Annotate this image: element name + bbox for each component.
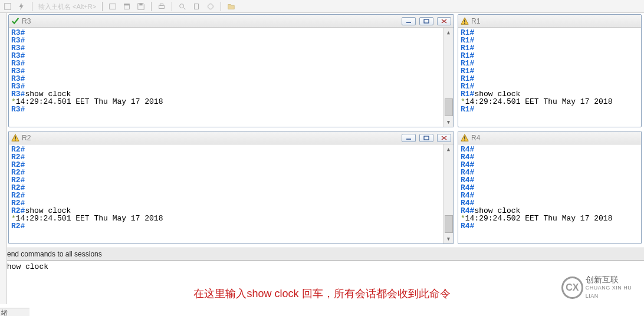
svg-point-10 [208, 4, 213, 9]
terminal-panel-R1: R1R1#R1#R1#R1#R1#R1#R1#R1#R1#show clock*… [458, 14, 642, 127]
toolbar-icon-generic[interactable] [4, 2, 12, 11]
status-bar: 绪 [0, 308, 29, 316]
svg-rect-1 [110, 4, 116, 9]
terminal-output[interactable]: R2#R2#R2#R2#R2#R2#R2#R2#R2#show clock*14… [9, 144, 454, 243]
terminal-output[interactable]: R4#R4#R4#R4#R4#R4#R4#R4#R4#show clock*14… [458, 144, 641, 243]
panel-header[interactable]: R2 [9, 131, 454, 144]
folder-icon[interactable] [227, 2, 235, 11]
svg-rect-6 [160, 4, 163, 5]
terminal-panel-R3: R3 R3#R3#R3#R3#R3#R3#R3#R3#R3#show clock… [8, 14, 454, 127]
panel-header[interactable]: R4 [458, 131, 641, 144]
panel-header[interactable]: R1 [458, 15, 641, 28]
lightning-icon[interactable] [18, 2, 26, 11]
scrollbar[interactable]: ▴▾ [443, 144, 454, 243]
command-input-area [0, 261, 644, 272]
close-button[interactable] [437, 134, 451, 142]
separator [102, 2, 103, 11]
svg-line-8 [183, 7, 186, 9]
panel-title: R2 [22, 134, 31, 142]
print-icon[interactable] [157, 2, 166, 11]
annotation-text: 在这里输入show clock 回车，所有会话都会收到此命令 [0, 287, 644, 301]
svg-rect-4 [139, 3, 142, 5]
terminal-panel-R2: R2 R2#R2#R2#R2#R2#R2#R2#R2#R2#show clock… [8, 131, 454, 244]
terminal-output[interactable]: R3#R3#R3#R3#R3#R3#R3#R3#R3#show clock*14… [9, 28, 454, 127]
svg-rect-16 [464, 22, 465, 24]
clipboard-icon[interactable] [192, 2, 201, 11]
svg-rect-24 [464, 139, 465, 140]
svg-point-7 [180, 4, 184, 8]
toolbar-icon-generic[interactable] [109, 2, 117, 11]
toolbar-icon-generic[interactable] [206, 2, 215, 11]
top-toolbar: 输入主机名 <Alt+R> [0, 0, 644, 13]
watermark-logo: CX [561, 276, 583, 299]
svg-rect-5 [159, 5, 165, 8]
svg-rect-0 [5, 3, 11, 9]
scroll-thumb[interactable] [445, 215, 453, 233]
minimize-button[interactable] [402, 134, 416, 142]
save-icon[interactable] [137, 2, 145, 11]
send-label-text: Send commands to all sessions [2, 250, 102, 258]
scrollbar[interactable]: ▴▾ [443, 28, 454, 127]
terminal-panel-R4: R4R4#R4#R4#R4#R4#R4#R4#R4#R4#show clock*… [458, 131, 642, 244]
toolbar-icon-generic[interactable] [123, 2, 131, 11]
svg-rect-23 [464, 136, 465, 139]
separator [221, 2, 221, 11]
svg-rect-15 [464, 19, 465, 22]
panel-header[interactable]: R3 [9, 15, 454, 28]
svg-rect-20 [424, 136, 429, 140]
svg-rect-17 [15, 136, 16, 139]
warning-icon [461, 134, 469, 142]
watermark-brand: 创新互联 [586, 275, 644, 284]
panel-title: R3 [22, 17, 31, 25]
svg-rect-12 [424, 19, 429, 23]
watermark-sub: CHUANG XIN HU LIAN [586, 284, 644, 300]
scroll-up-icon[interactable]: ▴ [444, 28, 454, 37]
panel-title: R4 [471, 134, 480, 142]
warning-icon [11, 134, 19, 142]
left-gutter [0, 13, 7, 304]
search-icon[interactable] [178, 2, 186, 11]
svg-rect-9 [195, 4, 199, 9]
separator [172, 2, 172, 11]
host-input-hint: 输入主机名 <Alt+R> [38, 2, 96, 11]
close-button[interactable] [437, 17, 451, 25]
watermark: CX 创新互联 CHUANG XIN HU LIAN [561, 270, 644, 305]
send-commands-label: Send commands to all sessions [0, 248, 644, 261]
panel-title: R1 [471, 17, 480, 25]
scroll-up-icon[interactable]: ▴ [444, 144, 454, 154]
maximize-button[interactable] [419, 17, 433, 25]
scroll-down-icon[interactable]: ▾ [444, 234, 454, 243]
maximize-button[interactable] [419, 134, 433, 142]
terminal-grid: R3 R3#R3#R3#R3#R3#R3#R3#R3#R3#show clock… [0, 13, 644, 245]
svg-rect-18 [15, 139, 16, 140]
separator [151, 2, 152, 11]
warning-icon [461, 17, 469, 25]
minimize-button[interactable] [402, 17, 416, 25]
terminal-output[interactable]: R1#R1#R1#R1#R1#R1#R1#R1#R1#show clock*14… [458, 28, 641, 127]
scroll-thumb[interactable] [445, 98, 453, 116]
check-icon [11, 17, 19, 25]
scroll-down-icon[interactable]: ▾ [444, 117, 454, 127]
separator [32, 2, 32, 11]
command-input[interactable] [0, 261, 644, 272]
svg-rect-3 [124, 4, 130, 5]
